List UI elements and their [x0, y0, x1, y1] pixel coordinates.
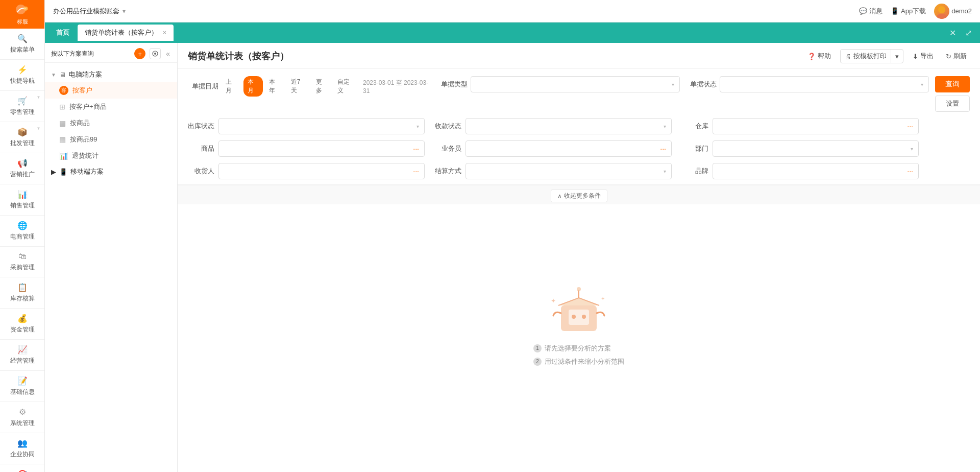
sidebar-item-basic[interactable]: 📝 基础信息	[0, 371, 45, 402]
sidebar-item-marketing[interactable]: 📢 营销推广	[0, 153, 45, 184]
avatar	[934, 4, 949, 19]
sidebar-item-retail[interactable]: 🛒 零售管理	[0, 91, 45, 122]
svg-point-9	[582, 315, 586, 319]
sidebar-item-system[interactable]: ⚙ 系统管理	[0, 402, 45, 433]
collapse-up-icon: ∧	[557, 193, 562, 200]
pc-group-header[interactable]: ▼ 🖥 电脑端方案	[45, 67, 177, 82]
receiver-cell: 收货人 ···	[188, 163, 425, 179]
edit-scheme-button[interactable]	[150, 48, 161, 59]
goods-input[interactable]: ···	[218, 140, 425, 157]
user-profile[interactable]: demo2	[934, 4, 972, 19]
department-select[interactable]: ▾	[713, 140, 919, 157]
tip-num-1: 1	[533, 344, 542, 352]
export-icon: ⬇	[913, 53, 918, 60]
sidebar-item-finance[interactable]: 💰 资金管理	[0, 309, 45, 340]
customer-goods-icon: ⊞	[59, 103, 65, 111]
scheme-item-return-stats[interactable]: 📊 退货统计	[45, 148, 177, 164]
help-button[interactable]: ❓ 帮助	[804, 50, 834, 63]
tab-home[interactable]: 首页	[49, 25, 77, 41]
sidebar-item-sales[interactable]: 📊 销售管理	[0, 184, 45, 216]
topbar-dropdown-icon[interactable]: ▾	[122, 8, 126, 15]
ship-status-cell: 出库状态 ▾	[188, 118, 425, 134]
ecommerce-icon: 🌐	[17, 221, 28, 230]
expand-icon: ▼	[51, 72, 56, 78]
message-button[interactable]: 💬 消息	[859, 7, 883, 16]
empty-illustration: ✦ ✦	[546, 280, 612, 338]
receiver-dots-icon: ···	[413, 167, 419, 175]
doc-type-arrow-icon: ▾	[672, 82, 674, 87]
print-dropdown-icon: ▾	[895, 53, 899, 60]
scheme-item-by-goods[interactable]: ▦ 按商品	[45, 115, 177, 131]
query-button[interactable]: 查询	[935, 76, 970, 92]
date-tab-this-month[interactable]: 本月	[243, 76, 263, 97]
svg-text:✦: ✦	[601, 296, 605, 301]
scheme-item-customer-goods[interactable]: ⊞ 按客户+商品	[45, 99, 177, 115]
date-tab-7days[interactable]: 近7天	[287, 76, 310, 97]
date-tab-this-year[interactable]: 本年	[265, 76, 285, 97]
salesperson-input[interactable]: ···	[465, 140, 672, 157]
doc-status-select[interactable]: ▾	[720, 76, 929, 92]
warehouse-cell: 仓库 ···	[682, 118, 919, 134]
left-panel-title: 按以下方案查询	[51, 50, 130, 58]
collapse-panel-button[interactable]: «	[165, 49, 171, 59]
warehouse-input[interactable]: ···	[713, 118, 919, 134]
add-scheme-button[interactable]: +	[134, 48, 145, 59]
ship-status-select[interactable]: ▾	[218, 118, 425, 134]
print-dropdown-button[interactable]: ▾	[891, 51, 903, 62]
salesperson-dots-icon: ···	[660, 145, 666, 153]
mobile-group-header[interactable]: ▶ 📱 移动端方案	[45, 164, 177, 179]
sidebar-item-guide[interactable]: 🎯 新手引导	[0, 464, 45, 472]
sidebar-item-ecommerce[interactable]: 🌐 电商管理	[0, 216, 45, 247]
scheme-list: ▼ 🖥 电脑端方案 客 按客户 ⊞ 按客户+商品 ▦ 按商品	[45, 63, 177, 472]
payment-status-cell: 收款状态 ▾	[435, 118, 672, 134]
sales-icon: 📊	[17, 190, 28, 199]
sidebar-item-purchase[interactable]: 🛍 采购管理	[0, 247, 45, 277]
doc-type-select[interactable]: ▾	[471, 76, 680, 92]
topbar: 办公用品行业模拟账套 ▾ 💬 消息 📱 App下载 demo2	[45, 0, 980, 22]
doc-status-label: 单据状态	[686, 80, 717, 89]
settings-button[interactable]: 设置	[935, 96, 970, 112]
svg-point-5	[154, 53, 156, 55]
settlement-label: 结算方式	[435, 167, 461, 176]
sidebar-item-quick-nav[interactable]: ⚡ 快捷导航	[0, 60, 45, 91]
date-tab-last-month[interactable]: 上月	[222, 76, 241, 97]
svg-rect-7	[569, 310, 589, 325]
tab-active[interactable]: 销货单统计表（按客户） ×	[78, 25, 174, 41]
salesperson-cell: 业务员 ···	[435, 140, 672, 157]
app-download-button[interactable]: 📱 App下载	[891, 7, 926, 16]
print-button[interactable]: 🖨 按模板打印	[841, 50, 891, 63]
refresh-button[interactable]: ↻ 刷新	[943, 50, 970, 63]
refresh-icon: ↻	[946, 53, 951, 60]
collapse-bar: ∧ 收起更多条件	[178, 185, 980, 204]
department-arrow-icon: ▾	[911, 146, 913, 152]
scheme-item-by-customer[interactable]: 客 按客户	[45, 82, 177, 99]
export-button[interactable]: ⬇ 导出	[910, 50, 937, 63]
operations-icon: 📈	[17, 345, 28, 355]
empty-state: ✦ ✦ 1 请先选择要分析的方案 2 用过滤条件来缩小分析范围	[178, 204, 980, 472]
content-area: 按以下方案查询 + « ▼ 🖥 电脑端方案 客 按客户	[45, 43, 980, 472]
sidebar-item-inventory[interactable]: 📋 库存核算	[0, 277, 45, 309]
mobile-icon: 📱	[59, 168, 67, 176]
tip-item-1: 1 请先选择要分析的方案	[533, 344, 624, 353]
sidebar-item-search[interactable]: 🔍 搜索菜单	[0, 29, 45, 60]
tab-window-close-icon[interactable]: ✕	[945, 26, 960, 40]
brand-dots-icon: ···	[907, 167, 913, 175]
scheme-item-by-goods99[interactable]: ▦ 按商品99	[45, 131, 177, 148]
warehouse-dots-icon: ···	[907, 122, 913, 130]
message-icon: 💬	[859, 7, 867, 15]
payment-status-select[interactable]: ▾	[465, 118, 672, 134]
brand-label: 品牌	[682, 167, 708, 176]
date-tab-more[interactable]: 更多	[312, 76, 332, 97]
collapse-button[interactable]: ∧ 收起更多条件	[551, 190, 607, 202]
settlement-select[interactable]: ▾	[465, 163, 672, 179]
tab-fullscreen-icon[interactable]: ⤢	[961, 26, 976, 40]
tab-close-icon[interactable]: ×	[163, 29, 166, 36]
receiver-input[interactable]: ···	[218, 163, 425, 179]
sidebar-item-enterprise[interactable]: 👥 企业协同	[0, 433, 45, 464]
date-tab-custom[interactable]: 自定义	[333, 76, 359, 97]
sidebar-item-wholesale[interactable]: 📦 批发管理	[0, 122, 45, 153]
sidebar-item-operations[interactable]: 📈 经营管理	[0, 340, 45, 371]
download-icon: 📱	[891, 7, 899, 15]
brand-input[interactable]: ···	[713, 163, 919, 179]
by-goods99-icon: ▦	[59, 135, 66, 144]
